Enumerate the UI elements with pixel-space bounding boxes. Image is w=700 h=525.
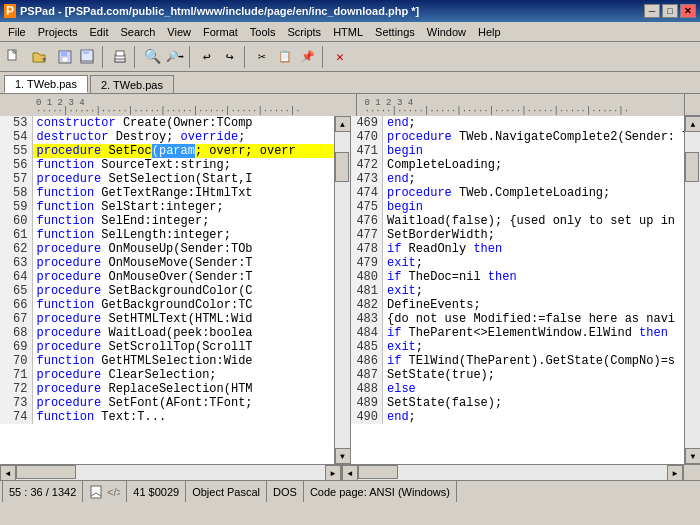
line-code[interactable]: procedure SetHTMLText(HTML:Wid [32,312,334,326]
line-code[interactable]: procedure SetScrollTop(ScrollT [32,340,334,354]
scroll-up-left[interactable]: ▲ [335,116,350,132]
scroll-thumb-right[interactable] [685,152,699,182]
line-code[interactable]: procedure OnMouseUp(Sender:TOb [32,242,334,256]
save-button[interactable] [54,46,76,68]
line-code[interactable]: exit; [383,256,685,270]
close-button[interactable]: ✕ [680,4,696,18]
delete-button[interactable]: ✕ [329,46,351,68]
line-code[interactable]: if ReadOnly then [383,242,685,256]
line-code[interactable]: procedure SetFont(AFont:TFont; [32,396,334,410]
line-code[interactable]: end; [383,116,685,130]
line-code[interactable]: procedure ReplaceSelection(HTM [32,382,334,396]
line-code[interactable]: procedure ClearSelection; [32,368,334,382]
line-code[interactable]: SetState(false); [383,396,685,410]
line-code[interactable]: function SourceText:string; [32,158,334,172]
line-code[interactable]: constructor Create(Owner:TComp [32,116,334,130]
menu-projects[interactable]: Projects [32,22,84,41]
line-code[interactable]: procedure TWeb.NavigateComplete2(Sender:… [383,130,685,144]
find-button[interactable]: 🔍 [141,46,163,68]
scroll-left-btn-left[interactable]: ◄ [0,465,16,481]
line-code[interactable]: if TheParent<>ElementWindow.ElWind then [383,326,685,340]
redo-button[interactable]: ↪ [219,46,241,68]
line-code[interactable]: function SelLength:integer; [32,228,334,242]
menu-window[interactable]: Window [421,22,472,41]
line-code[interactable]: begin [383,200,685,214]
scroll-right-btn-right[interactable]: ► [667,465,683,481]
cut-button[interactable]: ✂ [251,46,273,68]
scroll-right-btn-left[interactable]: ► [325,465,341,481]
menu-file[interactable]: File [2,22,32,41]
line-code[interactable]: if TheDoc=nil then [383,270,685,284]
menu-edit[interactable]: Edit [83,22,114,41]
tab-2[interactable]: 2. TWeb.pas [90,75,174,93]
scroll-thumb-left[interactable] [335,152,349,182]
line-code[interactable]: exit; [383,284,685,298]
minimize-button[interactable]: ─ [644,4,660,18]
line-code[interactable]: end; [383,172,685,186]
right-scroll-h[interactable]: ◄ ► [342,465,684,480]
line-code[interactable]: function GetHTMLSelection:Wide [32,354,334,368]
line-code[interactable]: procedure SetSelection(Start,I [32,172,334,186]
table-row: 58 function GetTextRange:IHtmlTxt [0,186,334,200]
menu-tools[interactable]: Tools [244,22,282,41]
scroll-track-right[interactable] [685,132,700,448]
open-dropdown-button[interactable]: ▼ [25,46,53,68]
table-row: 61 function SelLength:integer; [0,228,334,242]
menu-scripts[interactable]: Scripts [282,22,328,41]
line-code[interactable]: procedure OnMouseMove(Sender:T [32,256,334,270]
line-code[interactable]: else [383,382,685,396]
menu-view[interactable]: View [161,22,197,41]
right-scrollbar-v[interactable]: ▲ ▼ [684,116,700,464]
maximize-button[interactable]: □ [662,4,678,18]
line-code[interactable]: SetBorderWidth; [383,228,685,242]
line-code[interactable]: if TElWind(TheParent).GetState(CompNo)=s [383,354,685,368]
undo-button[interactable]: ↩ [196,46,218,68]
line-code[interactable]: function GetBackgroundColor:TC [32,298,334,312]
line-code[interactable]: function Text:T... [32,410,334,424]
menu-search[interactable]: Search [114,22,161,41]
line-code[interactable]: function SelEnd:integer; [32,214,334,228]
h-thumb-left[interactable] [16,465,76,479]
scroll-left-btn-right[interactable]: ◄ [342,465,358,481]
line-code[interactable]: end; [383,410,685,424]
line-code[interactable]: function SelStart:integer; [32,200,334,214]
tab-1[interactable]: 1. TWeb.pas [4,75,88,93]
line-code[interactable]: Waitload(false); {used only to set up in [383,214,685,228]
copy-button[interactable]: 📋 [274,46,296,68]
line-code[interactable]: DefineEvents; [383,298,685,312]
menu-help[interactable]: Help [472,22,507,41]
save-all-button[interactable] [77,46,99,68]
line-code[interactable]: procedure SetFoc(param; overr; overr [32,144,334,158]
line-code[interactable]: exit; [383,340,685,354]
line-code[interactable]: function GetTextRange:IHtmlTxt [32,186,334,200]
right-code-area[interactable]: 469end;470procedure TWeb.NavigateComplet… [351,116,685,464]
menu-html[interactable]: HTML [327,22,369,41]
line-code[interactable]: destructor Destroy; override; [32,130,334,144]
scroll-up-right[interactable]: ▲ [685,116,700,132]
line-code[interactable]: procedure SetBackgroundColor(C [32,284,334,298]
h-track-left[interactable] [16,465,325,480]
menu-settings[interactable]: Settings [369,22,421,41]
scroll-track-left[interactable] [335,132,350,448]
h-track-right[interactable] [358,465,667,480]
line-code[interactable]: SetState(true); [383,368,685,382]
line-code[interactable]: begin [383,144,685,158]
h-thumb-right[interactable] [358,465,398,479]
find-next-button[interactable]: 🔎➡ [164,46,186,68]
line-code[interactable]: procedure TWeb.CompleteLoading; [383,186,685,200]
scroll-down-left[interactable]: ▼ [335,448,350,464]
left-code-area[interactable]: 53 constructor Create(Owner:TComp54 dest… [0,116,334,464]
line-code[interactable]: procedure WaitLoad(peek:boolea [32,326,334,340]
toolbar-separator-3 [189,46,193,68]
print-button[interactable] [109,46,131,68]
line-code[interactable]: procedure OnMouseOver(Sender:T [32,270,334,284]
table-row: 469end; [351,116,685,130]
paste-button[interactable]: 📌 [297,46,319,68]
left-scroll-h[interactable]: ◄ ► [0,465,342,480]
left-scrollbar-v[interactable]: ▲ ▼ [334,116,350,464]
line-code[interactable]: CompleteLoading; [383,158,685,172]
menu-format[interactable]: Format [197,22,244,41]
scroll-down-right[interactable]: ▼ [685,448,700,464]
line-code[interactable]: {do not use Modified:=false here as navi [383,312,685,326]
new-button[interactable] [2,46,24,68]
